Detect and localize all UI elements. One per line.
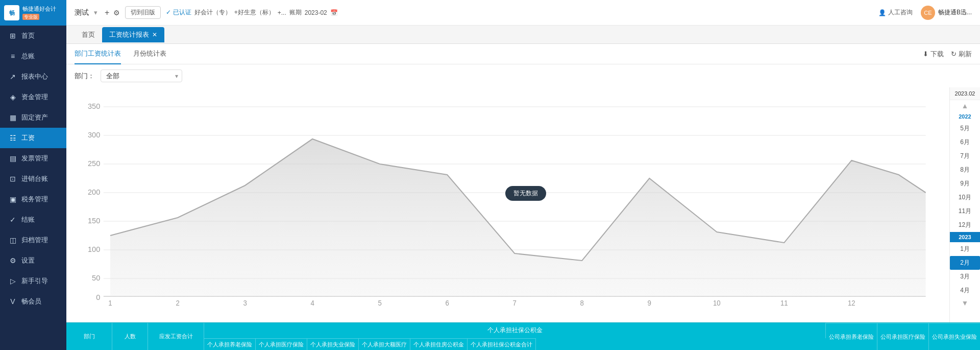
sidebar-item-member[interactable]: V 畅会员 (0, 291, 66, 312)
year-panel-header[interactable]: 2023.02 (950, 87, 980, 100)
guide-icon: ▷ (8, 277, 17, 285)
month-2023-03[interactable]: 3月 (950, 270, 980, 284)
topbar: 测试 ▾ + ⚙ 切到旧版 ✓ 已认证 好会计（专） +好生意（标） +... … (66, 0, 980, 26)
tab-home[interactable]: 首页 (75, 27, 102, 42)
sub-tab-dept[interactable]: 部门工资统计表 (75, 44, 121, 64)
svg-text:5: 5 (378, 299, 381, 307)
month-2023-04[interactable]: 4月 (950, 284, 980, 297)
dept-filter-label: 部门： (75, 72, 94, 81)
year-2023-badge[interactable]: 2023 (950, 232, 980, 242)
sidebar-item-sales[interactable]: ⊡ 进销台账 (0, 169, 66, 189)
th-total-salary-label: 应发工资合计 (159, 333, 193, 340)
month-2022-07[interactable]: 7月 (950, 149, 980, 163)
user-name: 畅捷通B迅... (938, 8, 972, 17)
year-down-button[interactable]: ▼ (950, 297, 980, 309)
topbar-action-group: + ⚙ (105, 8, 120, 17)
th-group-sub-headers: 个人承担养老保险 个人承担医疗保险 个人承担失业保险 个人承担大额医疗 个人承担… (204, 338, 826, 350)
svg-text:300: 300 (88, 130, 100, 139)
settings-gear-icon[interactable]: ⚙ (113, 9, 120, 17)
sidebar-item-archive[interactable]: ◫ 归档管理 (0, 230, 66, 250)
sidebar-item-home[interactable]: ⊞ 首页 (0, 26, 66, 46)
asset-icon: ▦ (8, 113, 17, 122)
status-more: +... (278, 9, 286, 16)
chart-wrapper: 350 300 250 200 150 100 50 0 (66, 87, 980, 322)
th-personal-housing-fund-label: 个人承担住房公积金 (413, 341, 464, 348)
accounting-period-label: 账期 (289, 8, 302, 17)
month-2023-02[interactable]: 2月 (950, 256, 980, 270)
th-headcount-label: 人数 (125, 333, 136, 340)
sales-icon: ⊡ (8, 175, 17, 183)
svg-text:1: 1 (108, 299, 112, 307)
service-icon: 👤 (878, 9, 886, 16)
th-dept: 部门 (66, 323, 112, 350)
sidebar-logo: 畅 畅捷通好会计 专业版 (0, 0, 66, 26)
month-2022-10[interactable]: 10月 (950, 191, 980, 204)
sidebar-item-settings[interactable]: ⚙ 设置 (0, 250, 66, 271)
tab-close-icon[interactable]: ✕ (152, 31, 157, 38)
th-group-text: 个人承担社保公积金 (487, 326, 543, 335)
sidebar-navigation: ⊞ 首页 ≡ 总账 ↗ 报表中心 ◈ 资金管理 ▦ 固定资产 ☷ 工资 ▤ 发票… (0, 26, 66, 350)
th-company-unemployment: 公司承担失业保险 (929, 323, 980, 350)
sidebar-item-label: 总账 (21, 52, 35, 61)
th-personal-insurance-group: 个人承担社保公积金 个人承担养老保险 个人承担医疗保险 个人承担失业保险 个人承… (204, 323, 826, 350)
month-2022-08[interactable]: 8月 (950, 163, 980, 177)
sidebar-item-label: 结账 (21, 215, 35, 224)
tabs-bar: 首页 工资统计报表 ✕ (66, 26, 980, 44)
main-area: 测试 ▾ + ⚙ 切到旧版 ✓ 已认证 好会计（专） +好生意（标） +... … (66, 0, 980, 350)
sidebar-item-invoice[interactable]: ▤ 发票管理 (0, 148, 66, 169)
sub-tabs-bar: 部门工资统计表 月份统计表 ⬇ 下载 ↻ 刷新 (66, 44, 980, 64)
sidebar-item-guide[interactable]: ▷ 新手引导 (0, 271, 66, 291)
tab-salary-report[interactable]: 工资统计报表 ✕ (102, 27, 164, 42)
month-2022-06[interactable]: 6月 (950, 135, 980, 149)
dept-select-wrapper: 全部 财务部 销售部 技术部 行政部 (101, 69, 182, 82)
th-personal-major-medical: 个人承担大额医疗 (359, 338, 410, 350)
svg-text:3: 3 (243, 299, 247, 307)
switch-old-mode-button[interactable]: 切到旧版 (125, 6, 161, 19)
sidebar-item-label: 资金管理 (21, 92, 48, 102)
download-button[interactable]: ⬇ 下载 (923, 50, 944, 59)
month-2022-12[interactable]: 12月 (950, 218, 980, 232)
status-good-business: +好生意（标） (234, 8, 275, 17)
sidebar-item-label: 首页 (21, 31, 35, 40)
sidebar-item-tax[interactable]: ▣ 税务管理 (0, 189, 66, 209)
refresh-label: 刷新 (959, 50, 972, 59)
user-info-button[interactable]: CE 畅捷通B迅... (921, 6, 972, 20)
sidebar-item-label: 固定资产 (21, 113, 48, 122)
year-up-button[interactable]: ▲ (950, 100, 980, 111)
month-2022-11[interactable]: 11月 (950, 204, 980, 218)
svg-text:200: 200 (88, 188, 100, 196)
service-label: 人工咨询 (888, 8, 913, 17)
month-2022-09[interactable]: 9月 (950, 177, 980, 191)
sidebar-item-ledger[interactable]: ≡ 总账 (0, 46, 66, 66)
add-button[interactable]: + (105, 8, 109, 17)
svg-text:10: 10 (713, 299, 721, 307)
sidebar-item-fund[interactable]: ◈ 资金管理 (0, 87, 66, 107)
logo-icon: 畅 (4, 5, 19, 20)
content-area: 部门工资统计表 月份统计表 ⬇ 下载 ↻ 刷新 部门： 全部 (66, 44, 980, 350)
refresh-icon: ↻ (951, 50, 957, 58)
sub-tab-monthly[interactable]: 月份统计表 (133, 44, 166, 64)
topbar-dropdown-arrow[interactable]: ▾ (94, 9, 97, 16)
year-navigation: ▲ 2022 5月 6月 7月 8月 9月 10月 11月 12月 (950, 100, 980, 309)
accounting-period-value: 2023-02 (305, 9, 327, 16)
sidebar-item-close[interactable]: ✓ 结账 (0, 209, 66, 230)
dept-select[interactable]: 全部 财务部 销售部 技术部 行政部 (101, 69, 182, 82)
year-2022-label[interactable]: 2022 (950, 111, 980, 122)
sidebar-item-report[interactable]: ↗ 报表中心 (0, 66, 66, 87)
sidebar-item-salary[interactable]: ☷ 工资 (0, 128, 66, 148)
fund-icon: ◈ (8, 93, 17, 101)
th-company-medical: 公司承担医疗保险 (877, 323, 929, 350)
logo-text-group: 畅捷通好会计 专业版 (22, 5, 56, 20)
svg-text:8: 8 (580, 299, 584, 307)
status-good-accounting: 好会计（专） (194, 8, 231, 17)
refresh-button[interactable]: ↻ 刷新 (951, 50, 972, 59)
calendar-icon[interactable]: 📅 (330, 9, 338, 16)
month-2022-05[interactable]: 5月 (950, 122, 980, 135)
svg-text:12: 12 (848, 299, 855, 307)
sidebar-item-label: 设置 (21, 256, 35, 265)
th-personal-unemployment-label: 个人承担失业保险 (310, 341, 355, 348)
topbar-status-bar: ✓ 已认证 好会计（专） +好生意（标） +... 账期 2023-02 📅 (166, 8, 337, 17)
month-2023-01[interactable]: 1月 (950, 242, 980, 256)
sidebar-item-asset[interactable]: ▦ 固定资产 (0, 107, 66, 128)
customer-service-button[interactable]: 👤 人工咨询 (878, 8, 913, 17)
